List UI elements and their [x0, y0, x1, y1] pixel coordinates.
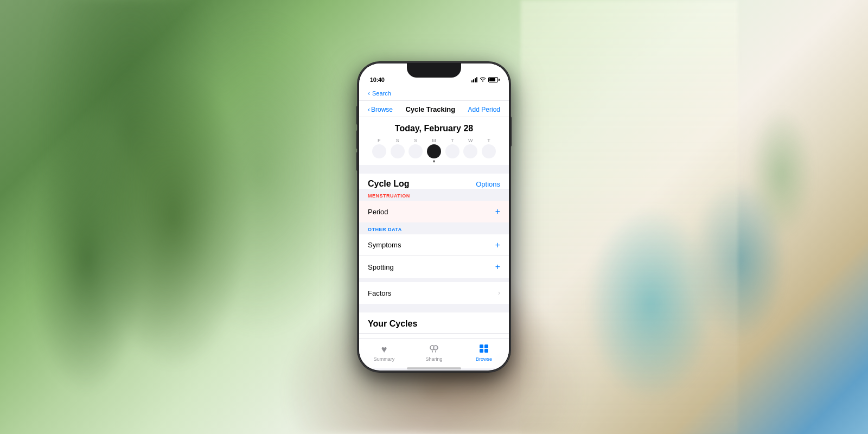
- symptoms-add-icon[interactable]: +: [495, 240, 500, 250]
- phone-screen: 10:40: [359, 63, 509, 371]
- scroll-content[interactable]: Today, February 28 F S S: [359, 117, 509, 338]
- tab-browse[interactable]: Browse: [468, 344, 500, 362]
- svg-point-1: [433, 346, 438, 350]
- svg-rect-4: [480, 344, 483, 348]
- options-button[interactable]: Options: [476, 180, 500, 188]
- day-mon: M: [427, 138, 441, 158]
- nav-title: Cycle Tracking: [405, 105, 455, 113]
- day-letter-m: M: [432, 138, 436, 143]
- svg-rect-6: [480, 349, 483, 353]
- day-circle-w[interactable]: [463, 144, 477, 158]
- other-data-label: OTHER DATA: [359, 222, 509, 234]
- period-add-icon[interactable]: +: [495, 207, 500, 216]
- factors-gap: [359, 278, 509, 282]
- day-thu: T: [482, 138, 496, 158]
- nav-bar: ‹ Browse Cycle Tracking Add Period: [359, 101, 509, 117]
- svg-rect-7: [484, 349, 488, 353]
- day-sat: S: [391, 138, 405, 158]
- day-circle-f[interactable]: [372, 144, 386, 158]
- tab-browse-label: Browse: [476, 356, 492, 362]
- day-letter-w: W: [468, 138, 473, 143]
- period-label: Period: [368, 208, 388, 216]
- factors-row[interactable]: Factors ›: [359, 282, 509, 304]
- other-data-card: Symptoms + Spotting +: [359, 234, 509, 278]
- phone-screen-container: 10:40: [359, 63, 509, 371]
- factors-label: Factors: [368, 289, 391, 297]
- day-fri: F: [372, 138, 386, 158]
- day-letter-s1: S: [396, 138, 399, 143]
- add-period-button[interactable]: Add Period: [468, 106, 500, 113]
- tab-sharing[interactable]: Sharing: [418, 344, 450, 362]
- bg-window-light: [521, 0, 738, 434]
- status-icons: [471, 76, 498, 83]
- tab-summary[interactable]: ♥ Summary: [368, 344, 400, 362]
- factors-card: Factors ›: [359, 282, 509, 304]
- symptoms-row[interactable]: Symptoms +: [359, 234, 509, 256]
- day-letter-f: F: [378, 138, 381, 143]
- spotting-row[interactable]: Spotting +: [359, 256, 509, 278]
- wifi-icon: [480, 76, 486, 83]
- day-tue: T: [445, 138, 459, 158]
- search-bar[interactable]: ‹ Search: [359, 87, 509, 101]
- menstruation-label: MENSTRUATION: [359, 189, 509, 201]
- home-indicator: [359, 368, 509, 371]
- phone-wrapper: 10:40: [358, 62, 510, 372]
- day-circle-t1[interactable]: [445, 144, 459, 158]
- browse-icon: [479, 344, 489, 355]
- tab-sharing-label: Sharing: [425, 356, 442, 362]
- day-letter-s2: S: [414, 138, 417, 143]
- back-chevron-icon: ‹: [368, 106, 370, 113]
- day-wed: W: [463, 138, 477, 158]
- spotting-label: Spotting: [368, 263, 394, 271]
- back-button[interactable]: ‹ Browse: [368, 106, 393, 113]
- tab-summary-label: Summary: [374, 356, 395, 362]
- search-text[interactable]: Search: [372, 90, 391, 97]
- day-letter-t2: T: [487, 138, 490, 143]
- your-cycles-title: Your Cycles: [359, 312, 509, 333]
- day-circle-s1[interactable]: [391, 144, 405, 158]
- svg-rect-5: [484, 344, 488, 348]
- date-header: Today, February 28 F S S: [359, 117, 509, 165]
- heart-icon: ♥: [381, 344, 387, 355]
- gap-1: [359, 165, 509, 169]
- battery-icon: [488, 77, 498, 82]
- week-row: F S S M: [368, 138, 500, 161]
- period-card: Period +: [359, 201, 509, 222]
- cycle-log-section: Cycle Log Options MENSTRUATION Period +: [359, 174, 509, 304]
- tab-bar: ♥ Summary Sharing: [359, 338, 509, 368]
- period-row[interactable]: Period +: [359, 201, 509, 222]
- cycle-history-row[interactable]: Cycle History ›: [359, 333, 509, 338]
- back-label[interactable]: Browse: [371, 106, 393, 113]
- signal-icon: [471, 77, 477, 82]
- day-circle-t2[interactable]: [482, 144, 496, 158]
- spotting-add-icon[interactable]: +: [495, 262, 500, 272]
- day-sun: S: [409, 138, 423, 158]
- factors-chevron-icon: ›: [498, 289, 500, 297]
- cycle-log-title: Cycle Log: [368, 179, 409, 189]
- day-circle-today[interactable]: [427, 144, 441, 158]
- gap-2: [359, 304, 509, 308]
- symptoms-label: Symptoms: [368, 241, 401, 249]
- date-title: Today, February 28: [368, 124, 500, 133]
- status-time: 10:40: [370, 76, 385, 83]
- day-letter-t1: T: [451, 138, 454, 143]
- phone-notch: [407, 63, 461, 78]
- back-chevron-icon: ‹: [368, 90, 370, 97]
- day-circle-s2[interactable]: [409, 144, 423, 158]
- sharing-icon: [429, 344, 439, 355]
- your-cycles-section: Your Cycles Cycle History ›: [359, 312, 509, 338]
- phone-device: 10:40: [358, 62, 510, 372]
